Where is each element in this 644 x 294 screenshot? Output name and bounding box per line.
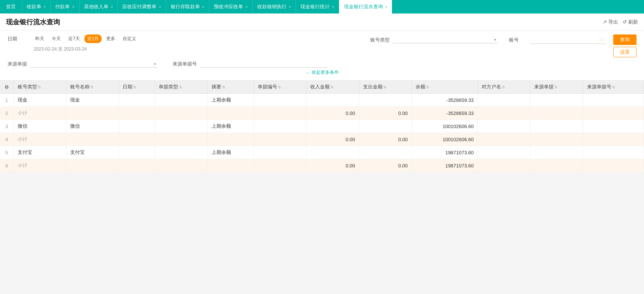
th-label-source_doc_no: 来源单据号: [587, 84, 611, 90]
cell-account_name: [66, 133, 119, 146]
th-summary[interactable]: 摘要⇅: [207, 81, 254, 94]
nav-home[interactable]: 首页: [0, 0, 22, 13]
nav-tab-label: 其他收入单: [84, 3, 108, 10]
nav-tab-7[interactable]: 现金银行统计×: [296, 0, 339, 13]
cell-doc_type: [155, 159, 207, 172]
header-row: ⚙账号类型⇅账号名称⇅日期⇅单据类型⇅摘要⇅单据编号⇅收入金额⇅支出金额⇅余额⇅…: [0, 81, 644, 94]
cell-counterpart: [478, 94, 530, 107]
date-option-更多[interactable]: 更多: [103, 34, 118, 43]
date-label: 日期: [8, 36, 26, 42]
collapse-bar[interactable]: ︿收起更多条件: [8, 68, 636, 76]
sort-icon: ⇅: [612, 85, 615, 89]
date-option-近1月[interactable]: 近1月: [84, 34, 102, 43]
nav-tab-2[interactable]: 其他收入单×: [79, 0, 117, 13]
cell-source_doc_no: [583, 120, 644, 133]
nav-tab-5[interactable]: 预收冲应收单×: [209, 0, 252, 13]
cell-summary: [207, 133, 254, 146]
cell-account_type: 小计: [14, 107, 66, 120]
close-icon[interactable]: ×: [72, 4, 74, 9]
account-no-input[interactable]: ···: [531, 36, 606, 44]
cell-balance: 100102606.60: [412, 133, 478, 146]
th-label-expense: 支出金额: [363, 84, 383, 90]
nav-tab-label: 收款单: [27, 3, 41, 10]
th-account_type[interactable]: 账号类型⇅: [14, 81, 66, 94]
nav-tab-6[interactable]: 收款核销执行×: [252, 0, 296, 13]
nav-tab-4[interactable]: 银行存取款单×: [166, 0, 209, 13]
sort-icon: ⇅: [222, 85, 225, 89]
th-source_doc_no[interactable]: 来源单据号⇅: [583, 81, 644, 94]
refresh-button[interactable]: ↺ 刷新: [623, 19, 638, 25]
th-doc_no[interactable]: 单据编号⇅: [254, 81, 306, 94]
cell-account_type: 支付宝: [14, 146, 66, 159]
cell-expense: 0.00: [359, 159, 411, 172]
nav-tab-1[interactable]: 付款单×: [50, 0, 79, 13]
th-label-doc_no: 单据编号: [258, 84, 277, 90]
date-option-近7天[interactable]: 近7天: [65, 34, 83, 43]
export-button[interactable]: ↗ 导出: [603, 19, 618, 25]
chevron-down-icon: ▾: [494, 37, 496, 42]
gear-icon[interactable]: ⚙: [5, 84, 9, 90]
cell-date: [119, 107, 155, 120]
cell-account_type: 小计: [14, 133, 66, 146]
date-option-自定义[interactable]: 自定义: [120, 34, 139, 43]
chevron-down-icon: ▾: [154, 61, 156, 67]
nav-tab-label: 应收应付调整单: [122, 3, 156, 10]
data-table: ⚙账号类型⇅账号名称⇅日期⇅单据类型⇅摘要⇅单据编号⇅收入金额⇅支出金额⇅余额⇅…: [0, 81, 644, 172]
refresh-label: 刷新: [628, 19, 638, 25]
cell-expense: [359, 120, 411, 133]
table-row: 3微信微信上期余额100102606.60: [0, 120, 644, 133]
cell-num: 1: [0, 94, 14, 107]
cell-income: 0.00: [306, 107, 359, 120]
date-option-今天[interactable]: 今天: [49, 34, 64, 43]
th-gear[interactable]: ⚙: [0, 81, 14, 94]
th-income[interactable]: 收入金额⇅: [306, 81, 359, 94]
table-header: ⚙账号类型⇅账号名称⇅日期⇅单据类型⇅摘要⇅单据编号⇅收入金额⇅支出金额⇅余额⇅…: [0, 81, 644, 94]
th-counterpart[interactable]: 对方户名⇅: [478, 81, 530, 94]
close-icon[interactable]: ×: [202, 4, 204, 9]
nav-tab-3[interactable]: 应收应付调整单×: [117, 0, 165, 13]
table-row: 5支付宝支付宝上期余额19871073.60: [0, 146, 644, 159]
cell-account_type: 小计: [14, 159, 66, 172]
filter-row-source: 来源单据▾来源单据号: [8, 60, 636, 68]
th-doc_type[interactable]: 单据类型⇅: [155, 81, 207, 94]
th-label-income: 收入金额: [310, 84, 330, 90]
date-option-昨天[interactable]: 昨天: [32, 34, 47, 43]
cell-doc_no: [254, 133, 306, 146]
sort-icon: ⇅: [179, 85, 182, 89]
close-icon[interactable]: ×: [332, 4, 334, 9]
th-account_name[interactable]: 账号名称⇅: [66, 81, 119, 94]
cell-counterpart: [478, 120, 530, 133]
cell-doc_type: [155, 107, 207, 120]
cell-expense: [359, 146, 411, 159]
cell-balance: -3528659.33: [412, 107, 478, 120]
th-balance[interactable]: 余额⇅: [412, 81, 478, 94]
source-doc-select[interactable]: ▾: [30, 61, 158, 68]
close-icon[interactable]: ×: [245, 4, 248, 9]
th-date[interactable]: 日期⇅: [119, 81, 155, 94]
cell-source_doc: [530, 94, 583, 107]
close-icon[interactable]: ×: [385, 4, 387, 9]
cell-source_doc: [530, 146, 583, 159]
date-range: 2023-02-24 至 2023-03-24: [34, 46, 87, 52]
table-row: 6小计0.000.0019871073.60: [0, 159, 644, 172]
nav-tab-label: 付款单: [55, 3, 70, 10]
nav-tab-label: 现金银行流水查询: [344, 3, 383, 10]
nav-tab-0[interactable]: 收款单×: [22, 0, 50, 13]
th-expense[interactable]: 支出金额⇅: [359, 81, 411, 94]
query-button[interactable]: 查询: [613, 34, 636, 45]
cell-doc_type: [155, 94, 207, 107]
close-icon[interactable]: ×: [289, 4, 291, 9]
account-type-select[interactable]: ▾: [393, 36, 498, 43]
source-doc-no-input[interactable]: [200, 60, 327, 68]
th-source_doc[interactable]: 来源单据⇅: [530, 81, 583, 94]
close-icon[interactable]: ×: [111, 4, 113, 9]
dots-icon[interactable]: ···: [597, 37, 604, 43]
close-icon[interactable]: ×: [159, 4, 161, 9]
close-icon[interactable]: ×: [44, 4, 46, 9]
cell-source_doc_no: [583, 159, 644, 172]
nav-tab-8[interactable]: 现金银行流水查询×: [339, 0, 392, 13]
settings-button[interactable]: 设置: [613, 47, 636, 57]
sort-icon: ⇅: [278, 85, 281, 89]
cell-counterpart: [478, 159, 530, 172]
table-row: 2小计0.000.00-3528659.33: [0, 107, 644, 120]
